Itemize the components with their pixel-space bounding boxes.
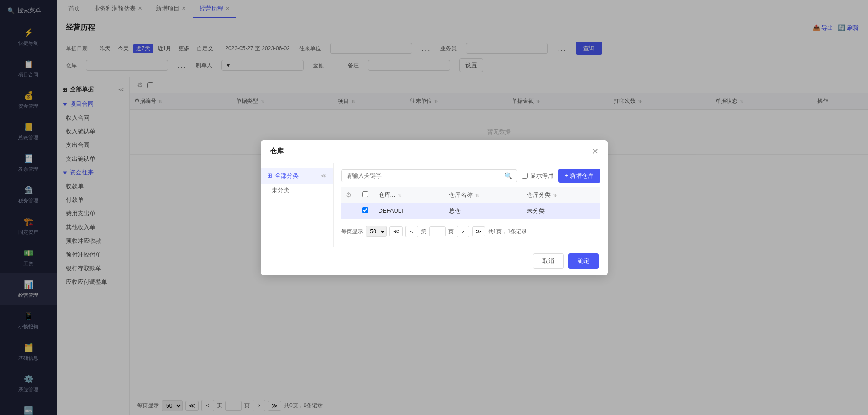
modal-col-settings: ⚙ bbox=[341, 187, 358, 203]
modal-search-input[interactable] bbox=[346, 172, 502, 179]
modal-title: 仓库 bbox=[270, 147, 284, 156]
modal-table-area: ⚙ 仓库... ⇅ 仓库名称 bbox=[341, 187, 600, 219]
modal-per-page-select[interactable]: 50 bbox=[366, 226, 387, 237]
sort-icon: ⇅ bbox=[553, 193, 557, 198]
modal-left-all-label: 全部分类 bbox=[275, 172, 299, 180]
modal-page-first-btn[interactable]: ≪ bbox=[389, 226, 403, 236]
show-disabled-label: 显示停用 bbox=[530, 172, 554, 180]
modal-footer: 取消 确定 bbox=[261, 247, 608, 275]
modal-row-settings bbox=[341, 203, 358, 219]
modal-page-input[interactable]: 1 bbox=[429, 226, 446, 236]
add-warehouse-button[interactable]: + 新增仓库 bbox=[558, 169, 600, 183]
modal-page-last-btn[interactable]: ≫ bbox=[472, 226, 485, 236]
show-disabled-checkbox-label[interactable]: 显示停用 bbox=[522, 172, 554, 180]
modal-pagination-total: 共1页，1条记录 bbox=[488, 228, 527, 236]
warehouse-modal: 仓库 ✕ ⊞ 全部分类 ≪ 未分类 bbox=[261, 140, 608, 275]
modal-page-prev-btn[interactable]: ＜ bbox=[405, 226, 418, 237]
modal-table: ⚙ 仓库... ⇅ 仓库名称 bbox=[341, 187, 600, 219]
modal-left-panel: ⊞ 全部分类 ≪ 未分类 bbox=[261, 163, 334, 247]
modal-per-page-label: 每页显示 bbox=[341, 228, 363, 236]
modal-search-box: 🔍 bbox=[341, 169, 518, 182]
table-row[interactable]: DEFAULT 总仓 未分类 bbox=[341, 203, 600, 219]
modal-toolbar: 🔍 显示停用 + 新增仓库 bbox=[341, 169, 600, 183]
modal-body: ⊞ 全部分类 ≪ 未分类 🔍 显示停用 bbox=[261, 163, 608, 247]
collapse-left-icon[interactable]: ≪ bbox=[321, 173, 327, 179]
modal-page-label2: 页 bbox=[448, 228, 454, 236]
modal-page-label: 第 bbox=[421, 228, 426, 236]
modal-pagination: 每页显示 50 ≪ ＜ 第 1 页 ＞ ≫ 共1页，1条记录 bbox=[341, 222, 600, 241]
modal-overlay[interactable]: 仓库 ✕ ⊞ 全部分类 ≪ 未分类 bbox=[0, 0, 868, 415]
modal-row-checkbox bbox=[358, 203, 374, 219]
grid-icon-small: ⊞ bbox=[267, 172, 272, 179]
cancel-button[interactable]: 取消 bbox=[533, 253, 564, 269]
modal-header: 仓库 ✕ bbox=[261, 140, 608, 163]
show-disabled-checkbox[interactable] bbox=[522, 173, 528, 179]
modal-row-code: DEFAULT bbox=[374, 203, 445, 219]
modal-left-uncategorized-label: 未分类 bbox=[272, 187, 289, 194]
confirm-button[interactable]: 确定 bbox=[568, 253, 599, 269]
modal-page-next-btn[interactable]: ＞ bbox=[457, 226, 469, 237]
modal-row-name: 总仓 bbox=[444, 203, 522, 219]
row-checkbox[interactable] bbox=[362, 207, 368, 213]
modal-select-all[interactable] bbox=[362, 191, 368, 197]
modal-col-category: 仓库分类 ⇅ bbox=[522, 187, 600, 203]
sort-icon: ⇅ bbox=[475, 193, 479, 198]
sort-icon: ⇅ bbox=[398, 193, 401, 198]
modal-col-code: 仓库... ⇅ bbox=[374, 187, 445, 203]
modal-search-icon: 🔍 bbox=[505, 172, 512, 179]
modal-left-all-categories[interactable]: ⊞ 全部分类 ≪ bbox=[261, 168, 333, 184]
modal-close-button[interactable]: ✕ bbox=[592, 147, 599, 157]
modal-col-name: 仓库名称 ⇅ bbox=[444, 187, 522, 203]
modal-col-checkbox bbox=[358, 187, 374, 203]
modal-left-uncategorized[interactable]: 未分类 bbox=[261, 184, 333, 197]
modal-row-category: 未分类 bbox=[522, 203, 600, 219]
modal-right-panel: 🔍 显示停用 + 新增仓库 ⚙ bbox=[334, 163, 608, 247]
modal-settings-icon[interactable]: ⚙ bbox=[346, 191, 352, 199]
